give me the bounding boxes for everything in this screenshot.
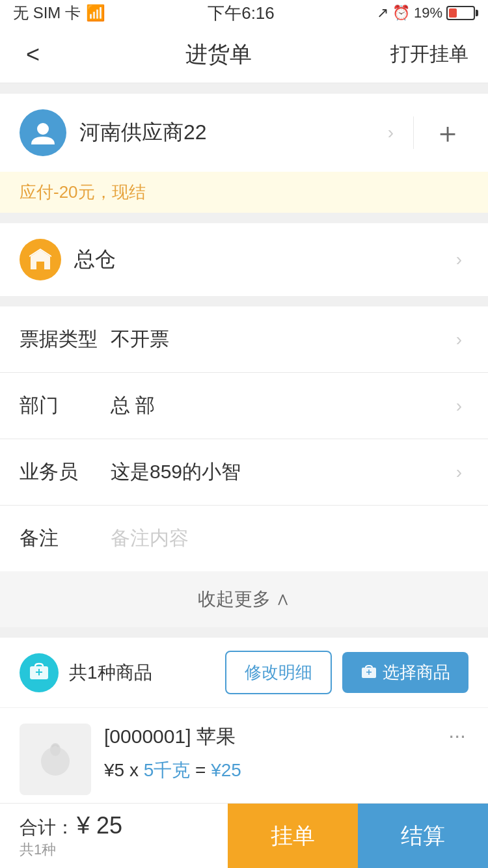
invoice-label: 票据类型 — [20, 326, 98, 353]
dept-label: 部门 — [20, 392, 98, 419]
total-count: 共1种 — [20, 840, 208, 860]
wifi-icon: 📶 — [86, 4, 105, 22]
remark-placeholder: 备注内容 — [98, 525, 468, 552]
total-section: 合计： ¥ 25 共1种 — [0, 804, 228, 868]
svg-point-0 — [37, 123, 49, 135]
total-amount: ¥ 25 — [77, 812, 122, 839]
staff-value: 这是859的小智 — [98, 459, 456, 485]
staff-label: 业务员 — [20, 459, 98, 485]
battery-icon — [446, 6, 475, 20]
add-supplier-button[interactable]: ＋ — [427, 114, 468, 152]
divider-1 — [0, 83, 488, 94]
nav-bar: < 进货单 打开挂单 — [0, 26, 488, 83]
divider-3 — [0, 296, 488, 306]
form-section: 票据类型 不开票 › 部门 总 部 › 业务员 这是859的小智 › 备注 备注… — [0, 306, 488, 571]
select-product-button[interactable]: 选择商品 — [342, 652, 468, 693]
invoice-value: 不开票 — [98, 326, 456, 353]
staff-row[interactable]: 业务员 这是859的小智 › — [0, 439, 488, 505]
product-name: [0000001] 苹果 — [104, 724, 433, 750]
dept-chevron-icon: › — [456, 396, 462, 416]
remark-label: 备注 — [20, 525, 98, 552]
supplier-name: 河南供应商22 — [79, 118, 388, 147]
supplier-chevron-icon: › — [388, 122, 394, 143]
status-time: 下午6:16 — [208, 2, 275, 25]
invoice-row[interactable]: 票据类型 不开票 › — [0, 306, 488, 372]
total-label: 合计： — [20, 815, 74, 840]
product-total: ¥25 — [211, 760, 241, 780]
warehouse-icon — [20, 239, 61, 280]
location-icon: ↗ — [377, 5, 388, 21]
edit-detail-button[interactable]: 修改明细 — [225, 651, 332, 694]
dept-value: 总 部 — [98, 392, 456, 419]
supplier-avatar — [20, 109, 66, 156]
status-bar: 无 SIM 卡 📶 下午6:16 ↗ ⏰ 19% — [0, 0, 488, 26]
status-left: 无 SIM 卡 📶 — [13, 3, 105, 23]
product-price: ¥5 x 5千克 = ¥25 — [104, 758, 433, 783]
invoice-chevron-icon: › — [456, 329, 462, 350]
supplier-row[interactable]: 河南供应商22 › ＋ — [0, 94, 488, 172]
dept-row[interactable]: 部门 总 部 › — [0, 373, 488, 439]
collapse-button[interactable]: 收起更多 ∧ — [0, 571, 488, 627]
divider-4 — [0, 627, 488, 638]
svg-rect-1 — [36, 262, 44, 269]
product-info: [0000001] 苹果 ¥5 x 5千克 = ¥25 — [104, 724, 433, 783]
product-thumbnail — [20, 724, 91, 795]
price-value: ¥5 — [104, 760, 124, 780]
staff-chevron-icon: › — [456, 462, 462, 483]
back-button[interactable]: < — [20, 34, 46, 75]
select-product-label: 选择商品 — [383, 661, 450, 684]
product-more-button[interactable]: ··· — [446, 724, 468, 748]
price-separator: x — [129, 760, 144, 780]
products-count: 共1种商品 — [69, 660, 215, 685]
carrier-text: 无 SIM 卡 — [13, 3, 81, 23]
warehouse-row[interactable]: 总仓 › — [0, 223, 488, 296]
products-header: 共1种商品 修改明细 选择商品 — [0, 638, 488, 707]
supplier-alert: 应付-20元，现结 — [0, 172, 488, 213]
page-title: 进货单 — [185, 40, 252, 70]
warehouse-section: 总仓 › — [0, 223, 488, 296]
product-qty: 5千克 — [144, 760, 191, 780]
divider-2 — [0, 213, 488, 223]
product-code: [0000001] — [104, 726, 191, 747]
equals: = — [195, 760, 211, 780]
status-right: ↗ ⏰ 19% — [377, 5, 475, 21]
product-item: [0000001] 苹果 ¥5 x 5千克 = ¥25 ··· — [0, 707, 488, 811]
product-title: 苹果 — [197, 726, 236, 747]
products-icon — [20, 653, 59, 692]
hang-button[interactable]: 挂单 — [228, 804, 358, 868]
supplier-divider — [413, 116, 414, 149]
checkout-button[interactable]: 结算 — [358, 804, 488, 868]
remark-row[interactable]: 备注 备注内容 — [0, 506, 488, 571]
warehouse-chevron-icon: › — [456, 249, 462, 270]
alarm-icon: ⏰ — [392, 5, 410, 21]
battery-percent: 19% — [414, 5, 442, 21]
warehouse-name: 总仓 — [74, 245, 456, 274]
open-hang-button[interactable]: 打开挂单 — [390, 41, 468, 68]
bottom-bar: 合计： ¥ 25 共1种 挂单 结算 — [0, 803, 488, 868]
supplier-section: 河南供应商22 › ＋ 应付-20元，现结 — [0, 94, 488, 213]
